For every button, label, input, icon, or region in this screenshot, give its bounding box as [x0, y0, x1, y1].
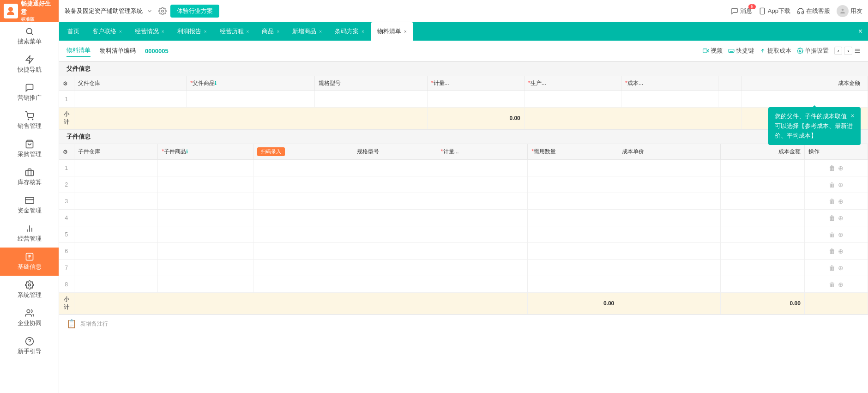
next-page-button[interactable]: ›: [844, 47, 852, 55]
svg-point-1: [26, 28, 32, 34]
close-tab-profit[interactable]: ×: [204, 29, 207, 34]
delete-row-6[interactable]: 🗑: [829, 248, 835, 255]
parent-cell-spec[interactable]: [314, 91, 427, 108]
close-tab-barcode[interactable]: ×: [362, 29, 364, 34]
child-cell-unit-1[interactable]: [437, 160, 509, 176]
child-cell-warehouse-1[interactable]: [74, 160, 158, 176]
parent-cell-cost[interactable]: [621, 91, 718, 108]
sidebar-item-operations[interactable]: 经营管理: [0, 219, 59, 248]
tab-profit[interactable]: 利润报告 ×: [171, 22, 213, 41]
tab-barcode[interactable]: 条码方案 ×: [328, 22, 371, 41]
settings-icon: [797, 48, 803, 54]
parent-cell-unit[interactable]: [427, 91, 524, 108]
tab-history[interactable]: 经营历程 ×: [213, 22, 256, 41]
child-row-2: 2 🗑⊕: [59, 176, 868, 193]
copy-row-5[interactable]: ⊕: [838, 231, 844, 238]
parent-row-num: 1: [59, 91, 74, 108]
delete-row-4[interactable]: 🗑: [829, 214, 835, 222]
tooltip-text: 您的父件、子件的成本取值可以选择【参考成本、最新进价、平均成本】: [775, 113, 853, 139]
child-col-scan[interactable]: 扫码录入: [253, 144, 353, 160]
svg-point-21: [162, 10, 164, 12]
child-cell-empty-1: [509, 160, 528, 176]
trial-button[interactable]: 体验行业方案: [170, 5, 219, 18]
delete-row-5[interactable]: 🗑: [829, 231, 835, 238]
parent-cell-production[interactable]: [524, 91, 621, 108]
parent-col-settings[interactable]: ⚙: [59, 76, 74, 91]
copy-row-7[interactable]: ⊕: [838, 264, 844, 272]
sidebar-item-search[interactable]: 搜索菜单: [0, 22, 59, 50]
app-download-button[interactable]: App下载: [759, 7, 790, 15]
sub-tab-bom[interactable]: 物料清单: [66, 44, 90, 57]
child-cell-unit-cost-1[interactable]: [618, 160, 702, 176]
close-all-tabs[interactable]: ×: [855, 27, 866, 36]
close-tab-bom[interactable]: ×: [404, 29, 407, 34]
parent-col-cost: *成本...: [621, 76, 718, 91]
sidebar-item-basic-info[interactable]: 基础信息: [0, 248, 59, 276]
sidebar-item-guide[interactable]: 新手引导: [0, 332, 59, 360]
close-tab-customer[interactable]: ×: [119, 29, 122, 34]
delete-row-3[interactable]: 🗑: [829, 198, 835, 205]
close-tab-history[interactable]: ×: [247, 29, 249, 34]
copy-row-4[interactable]: ⊕: [838, 214, 844, 222]
topbar: 装备及固定资产辅助管理系统 体验行业方案 消息 6 App下载 在线客服: [59, 0, 868, 22]
child-col-qty: *需用数量: [528, 144, 618, 160]
copy-row-2[interactable]: ⊕: [838, 181, 844, 188]
svg-point-17: [28, 284, 30, 286]
tooltip-close-button[interactable]: ×: [851, 112, 854, 121]
menu-icon[interactable]: [854, 48, 861, 54]
scan-input-button[interactable]: 扫码录入: [257, 147, 285, 156]
tab-customer[interactable]: 客户联络 ×: [86, 22, 128, 41]
sidebar-item-enterprise[interactable]: 企业协同: [0, 304, 59, 332]
tab-bom[interactable]: 物料清单 ×: [371, 22, 413, 41]
sidebar-item-quick-nav[interactable]: 快捷导航: [0, 50, 59, 79]
dropdown-icon[interactable]: [146, 8, 153, 14]
action-extract-cost[interactable]: 提取成本: [760, 47, 791, 55]
close-tab-business[interactable]: ×: [162, 29, 164, 34]
parent-cell-product[interactable]: [187, 91, 315, 108]
delete-row-1[interactable]: 🗑: [829, 164, 835, 172]
close-tab-product[interactable]: ×: [277, 29, 279, 34]
action-shortcut[interactable]: 快捷键: [728, 47, 754, 55]
child-row-num-1: 1: [59, 160, 74, 176]
tab-business[interactable]: 经营情况 ×: [128, 22, 171, 41]
child-cell-qty-1[interactable]: [528, 160, 618, 176]
sidebar-item-system[interactable]: 系统管理: [0, 276, 59, 304]
close-tab-new-product[interactable]: ×: [319, 29, 322, 34]
tab-product[interactable]: 商品 ×: [255, 22, 286, 41]
prev-page-button[interactable]: ‹: [834, 47, 843, 55]
delete-row-2[interactable]: 🗑: [829, 181, 835, 188]
delete-row-8[interactable]: 🗑: [829, 281, 835, 288]
add-note-label[interactable]: 新增备注行: [80, 320, 108, 328]
message-button[interactable]: 消息 6: [731, 7, 752, 15]
child-col-settings[interactable]: ⚙: [59, 144, 74, 160]
copy-row-3[interactable]: ⊕: [838, 198, 844, 205]
sidebar-item-sales[interactable]: 销售管理: [0, 107, 59, 135]
delete-row-7[interactable]: 🗑: [829, 264, 835, 272]
tab-new-product[interactable]: 新增商品 ×: [286, 22, 328, 41]
sidebar-item-inventory[interactable]: 库存核算: [0, 163, 59, 191]
action-video[interactable]: 视频: [703, 47, 723, 55]
svg-point-34: [799, 50, 801, 52]
parent-cell-warehouse[interactable]: [74, 91, 187, 108]
copy-row-1[interactable]: ⊕: [838, 164, 844, 172]
sidebar-item-purchase[interactable]: 采购管理: [0, 135, 59, 163]
add-note-icon[interactable]: 📋: [66, 319, 77, 329]
user-menu[interactable]: 用友: [837, 5, 862, 17]
sidebar-item-finance[interactable]: 资金管理: [0, 191, 59, 219]
gear-icon[interactable]: [158, 7, 167, 15]
parent-col-spec: 规格型号: [314, 76, 427, 91]
sub-header: 物料清单 物料清单编码 0000005 视频 快捷键 提取成本 单据: [59, 41, 868, 61]
child-cell-actions-7: 🗑⊕: [804, 260, 868, 276]
action-doc-settings[interactable]: 单据设置: [797, 47, 829, 55]
tab-home[interactable]: 首页: [61, 22, 86, 41]
child-cell-scan-1[interactable]: [253, 160, 353, 176]
sidebar-item-marketing[interactable]: 营销推广: [0, 79, 59, 107]
copy-row-8[interactable]: ⊕: [838, 281, 844, 288]
online-support-button[interactable]: 在线客服: [797, 7, 830, 15]
copy-row-6[interactable]: ⊕: [838, 248, 844, 255]
child-col-unit: *计量...: [437, 144, 509, 160]
child-cell-product-1[interactable]: [158, 160, 253, 176]
child-subtotal-label: 小计: [59, 293, 74, 314]
child-cell-spec-1[interactable]: [353, 160, 437, 176]
svg-point-5: [32, 119, 33, 120]
